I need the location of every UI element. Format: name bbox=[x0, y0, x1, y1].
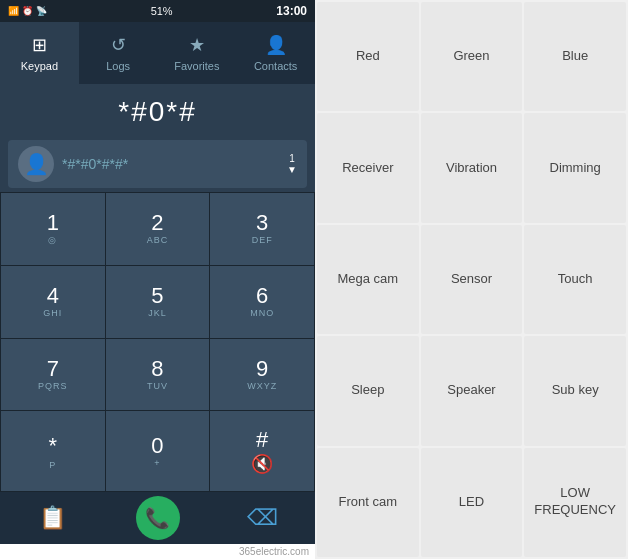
grid-label-touch: Touch bbox=[558, 271, 593, 288]
key-2[interactable]: 2 ABC bbox=[106, 193, 210, 265]
key-9[interactable]: 9 WXYZ bbox=[210, 339, 314, 411]
tab-bar: ⊞ Keypad ↺ Logs ★ Favorites 👤 Contacts bbox=[0, 22, 315, 84]
grid-label-front-cam: Front cam bbox=[339, 494, 398, 511]
key-9-number: 9 bbox=[256, 358, 268, 380]
tab-logs[interactable]: ↺ Logs bbox=[79, 22, 158, 84]
key-0-number: 0 bbox=[151, 435, 163, 457]
battery-percent: 51% bbox=[151, 5, 173, 17]
grid-cell-receiver[interactable]: Receiver bbox=[317, 113, 419, 222]
battery-status: 51% bbox=[151, 5, 173, 17]
key-5-letters: JKL bbox=[148, 308, 167, 318]
contacts-icon: 👤 bbox=[265, 34, 287, 56]
tab-contacts[interactable]: 👤 Contacts bbox=[236, 22, 315, 84]
grid-label-receiver: Receiver bbox=[342, 160, 393, 177]
key-6[interactable]: 6 MNO bbox=[210, 266, 314, 338]
alarm-icon: ⏰ bbox=[22, 6, 33, 16]
tab-keypad[interactable]: ⊞ Keypad bbox=[0, 22, 79, 84]
tab-favorites-label: Favorites bbox=[174, 60, 219, 72]
key-1-number: 1 bbox=[47, 212, 59, 234]
grid-label-low-frequency: LOW FREQUENCY bbox=[534, 485, 616, 519]
grid-label-blue: Blue bbox=[562, 48, 588, 65]
phone-panel: 📶 ⏰ 📡 51% 13:00 ⊞ Keypad ↺ Logs ★ Favori… bbox=[0, 0, 315, 559]
key-4-number: 4 bbox=[47, 285, 59, 307]
grid-label-red: Red bbox=[356, 48, 380, 65]
key-0[interactable]: 0 + bbox=[106, 411, 210, 491]
status-icons: 📶 ⏰ 📡 bbox=[8, 6, 47, 16]
key-hash-symbol: # bbox=[256, 427, 268, 453]
watermark: 365electric.com bbox=[0, 544, 315, 559]
key-0-letters: + bbox=[154, 458, 160, 468]
key-6-number: 6 bbox=[256, 285, 268, 307]
contact-number: *#*#0*#*#* bbox=[62, 156, 287, 172]
key-2-number: 2 bbox=[151, 212, 163, 234]
grid-cell-mega-cam[interactable]: Mega cam bbox=[317, 225, 419, 334]
key-8-letters: TUV bbox=[147, 381, 168, 391]
key-5[interactable]: 5 JKL bbox=[106, 266, 210, 338]
key-7-number: 7 bbox=[47, 358, 59, 380]
grid-cell-vibration[interactable]: Vibration bbox=[421, 113, 523, 222]
tab-favorites[interactable]: ★ Favorites bbox=[158, 22, 237, 84]
favorites-icon: ★ bbox=[189, 34, 205, 56]
grid-label-sleep: Sleep bbox=[351, 382, 384, 399]
call-button[interactable]: 📞 bbox=[105, 492, 210, 544]
tab-logs-label: Logs bbox=[106, 60, 130, 72]
key-2-letters: ABC bbox=[147, 235, 169, 245]
key-1-letters: ◎ bbox=[48, 235, 57, 245]
wifi-icon: 📡 bbox=[36, 6, 47, 16]
grid-label-green: Green bbox=[453, 48, 489, 65]
key-4-letters: GHI bbox=[43, 308, 62, 318]
key-4[interactable]: 4 GHI bbox=[1, 266, 105, 338]
key-3-number: 3 bbox=[256, 212, 268, 234]
grid-label-led: LED bbox=[459, 494, 484, 511]
grid-label-vibration: Vibration bbox=[446, 160, 497, 177]
grid-cell-sensor[interactable]: Sensor bbox=[421, 225, 523, 334]
key-8[interactable]: 8 TUV bbox=[106, 339, 210, 411]
grid-label-dimming: Dimming bbox=[550, 160, 601, 177]
key-star-symbol: * bbox=[49, 433, 58, 459]
arrow-down-icon: ▼ bbox=[287, 164, 297, 175]
key-star-letters: P bbox=[49, 460, 56, 470]
contacts-button[interactable]: 📋 bbox=[0, 492, 105, 544]
grid-cell-sub-key[interactable]: Sub key bbox=[524, 336, 626, 445]
keypad-icon: ⊞ bbox=[32, 34, 47, 56]
key-1[interactable]: 1 ◎ bbox=[1, 193, 105, 265]
key-7[interactable]: 7 PQRS bbox=[1, 339, 105, 411]
call-circle[interactable]: 📞 bbox=[136, 496, 180, 540]
key-3-letters: DEF bbox=[252, 235, 273, 245]
key-7-letters: PQRS bbox=[38, 381, 68, 391]
tab-contacts-label: Contacts bbox=[254, 60, 297, 72]
call-count: 1 bbox=[289, 153, 295, 164]
tab-keypad-label: Keypad bbox=[21, 60, 58, 72]
grid-label-mega-cam: Mega cam bbox=[337, 271, 398, 288]
grid-cell-red[interactable]: Red bbox=[317, 2, 419, 111]
call-icon: 📞 bbox=[145, 506, 170, 530]
key-hash[interactable]: # 🔇 bbox=[210, 411, 314, 491]
contact-row[interactable]: 👤 *#*#0*#*#* 1 ▼ bbox=[8, 140, 307, 188]
grid-label-sensor: Sensor bbox=[451, 271, 492, 288]
grid-cell-low-frequency[interactable]: LOW FREQUENCY bbox=[524, 448, 626, 557]
grid-cell-dimming[interactable]: Dimming bbox=[524, 113, 626, 222]
delete-button[interactable]: ⌫ bbox=[210, 492, 315, 544]
grid-cell-green[interactable]: Green bbox=[421, 2, 523, 111]
contact-arrow: 1 ▼ bbox=[287, 153, 297, 175]
delete-icon: ⌫ bbox=[247, 505, 278, 531]
grid-panel: Red Green Blue Receiver Vibration Dimmin… bbox=[315, 0, 628, 559]
grid-label-sub-key: Sub key bbox=[552, 382, 599, 399]
grid-cell-sleep[interactable]: Sleep bbox=[317, 336, 419, 445]
logs-icon: ↺ bbox=[111, 34, 126, 56]
key-3[interactable]: 3 DEF bbox=[210, 193, 314, 265]
grid-cell-led[interactable]: LED bbox=[421, 448, 523, 557]
grid-cell-blue[interactable]: Blue bbox=[524, 2, 626, 111]
number-display: *#0*# bbox=[0, 84, 315, 136]
key-8-number: 8 bbox=[151, 358, 163, 380]
action-bar: 📋 📞 ⌫ bbox=[0, 492, 315, 544]
key-6-letters: MNO bbox=[250, 308, 274, 318]
contacts-book-icon: 📋 bbox=[39, 505, 66, 531]
key-star[interactable]: * P bbox=[1, 411, 105, 491]
key-9-letters: WXYZ bbox=[247, 381, 277, 391]
grid-cell-speaker[interactable]: Speaker bbox=[421, 336, 523, 445]
grid-cell-touch[interactable]: Touch bbox=[524, 225, 626, 334]
grid-cell-front-cam[interactable]: Front cam bbox=[317, 448, 419, 557]
status-time: 13:00 bbox=[276, 4, 307, 18]
status-bar: 📶 ⏰ 📡 51% 13:00 bbox=[0, 0, 315, 22]
